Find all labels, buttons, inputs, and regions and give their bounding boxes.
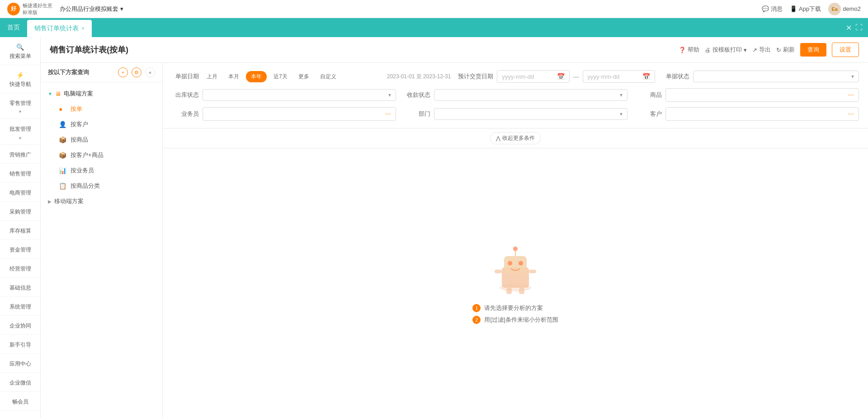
sidebar-item-finance[interactable]: 资金管理 <box>0 240 40 259</box>
top-bar-left: 好 畅捷通好生意 标准版 办公用品行业模拟账套 ▾ <box>7 2 127 15</box>
sidebar-item-quick-nav[interactable]: ⚡ 快捷导航 <box>0 65 40 93</box>
tree-arrow-icon: ▼ <box>48 91 52 96</box>
date-tab-this-year[interactable]: 本年 <box>246 71 267 82</box>
collapse-btn[interactable]: ⋀ 收起更多条件 <box>490 132 541 144</box>
page-actions: ❓ 帮助 🖨 按模板打印 ▾ ↗ 导出 ↻ 刷新 查询 设置 <box>679 43 859 57</box>
collapse-sidebar-btn[interactable]: « <box>145 67 155 77</box>
date-tab-more[interactable]: 更多 <box>294 71 313 82</box>
department-filter-group: 部门 ▾ <box>403 108 627 120</box>
tree-child-by-category[interactable]: 📋 按商品分类 <box>52 178 162 194</box>
refresh-btn[interactable]: ↻ 刷新 <box>776 46 795 54</box>
add-scheme-btn[interactable]: + <box>118 67 128 77</box>
content-area: 销售订单统计表(按单) ❓ 帮助 🖨 按模板打印 ▾ ↗ 导出 ↻ 刷新 <box>41 37 868 418</box>
filter-row-3: 业务员 ··· 部门 ▾ <box>172 107 859 121</box>
help-btn[interactable]: ❓ 帮助 <box>679 46 699 54</box>
sidebar-item-app-center[interactable]: 应用中心 <box>0 354 40 373</box>
tree-child-by-customer[interactable]: 👤 按客户 <box>52 117 162 132</box>
svg-rect-6 <box>529 270 536 273</box>
analysis-header: 按以下方案查询 + ⚙ « <box>41 63 162 82</box>
goods-icon: 📦 <box>59 136 67 143</box>
shipment-select[interactable]: ▾ <box>203 89 396 101</box>
tree-children-pc: ● 按单 👤 按客户 📦 按商品 📦 按客 <box>41 101 162 194</box>
salesperson-filter-group: 业务员 ··· <box>172 107 396 121</box>
department-select[interactable]: ▾ <box>434 108 627 120</box>
sidebar-item-inventory[interactable]: 库存核算 <box>0 221 40 240</box>
sidebar-item-system[interactable]: 系统管理 <box>0 297 40 316</box>
export-icon: ↗ <box>752 47 757 53</box>
logo-text: 畅捷通好生意 标准版 <box>23 2 52 15</box>
payment-select-arrow: ▾ <box>620 92 623 98</box>
expected-date-start[interactable]: yyyy-mm-dd 📅 <box>497 70 569 83</box>
tab-sales-order[interactable]: 销售订单统计表 × <box>27 20 92 37</box>
export-btn[interactable]: ↗ 导出 <box>752 46 771 54</box>
page-header: 销售订单统计表(按单) ❓ 帮助 🖨 按模板打印 ▾ ↗ 导出 ↻ 刷新 <box>41 37 868 63</box>
sidebar-item-enterprise-wechat[interactable]: 企业微信 <box>0 373 40 392</box>
tab-bar: 首页 销售订单统计表 × ✕ ⛶ <box>0 18 868 37</box>
date-tab-this-month[interactable]: 本月 <box>224 71 243 82</box>
tree-parent-mobile[interactable]: ▶ 移动端方案 <box>41 194 162 209</box>
tab-home[interactable]: 首页 <box>0 18 27 37</box>
svg-point-3 <box>508 261 512 266</box>
date-tab-last-month[interactable]: 上月 <box>203 71 222 82</box>
avatar: Ea <box>828 3 841 15</box>
customer-dots-icon[interactable]: ··· <box>848 110 854 118</box>
empty-state: 1 请先选择要分析的方案 2 用[过滤]条件来缩小分析范围 <box>163 148 868 418</box>
salesperson-dots-icon[interactable]: ··· <box>385 110 391 118</box>
svg-rect-7 <box>506 288 512 294</box>
window-maximize-icon[interactable]: ⛶ <box>855 24 863 32</box>
main-layout: 🔍 搜索菜单 ⚡ 快捷导航 零售管理 ▾ 批发管理 ▴ 营销推广 销售管理 电商… <box>0 37 868 418</box>
app-selector[interactable]: 办公用品行业模拟账套 ▾ <box>56 3 127 15</box>
date-tab-7days[interactable]: 近7天 <box>269 71 292 82</box>
collapse-icon: ⋀ <box>496 135 500 142</box>
filter-row-2: 出库状态 ▾ 收款状态 ▾ <box>172 88 859 102</box>
sidebar-item-sales[interactable]: 销售管理 <box>0 164 40 183</box>
refresh-icon: ↻ <box>776 47 781 53</box>
sidebar-item-operations[interactable]: 经营管理 <box>0 259 40 278</box>
tree-child-by-order[interactable]: ● 按单 <box>52 101 162 117</box>
empty-tip-2: 2 用[过滤]条件来缩小分析范围 <box>472 316 558 324</box>
filter-card: 单据日期 上月 本月 本年 近7天 更多 自定义 <box>163 63 868 148</box>
sidebar-item-guide[interactable]: 新手引导 <box>0 335 40 354</box>
empty-image <box>488 242 542 297</box>
salesperson-input[interactable]: ··· <box>203 107 396 121</box>
department-select-arrow: ▾ <box>620 111 623 117</box>
search-icon: 🔍 <box>16 43 24 51</box>
tree-child-by-goods[interactable]: 📦 按商品 <box>52 132 162 147</box>
status-select-arrow: ▾ <box>851 73 854 80</box>
svg-rect-5 <box>495 270 502 273</box>
sidebar-item-purchase[interactable]: 采购管理 <box>0 202 40 221</box>
logo-icon: 好 <box>7 3 20 15</box>
app-download-btn[interactable]: 📱 App下载 <box>790 5 821 13</box>
window-close-icon[interactable]: ✕ <box>846 24 852 32</box>
goods-dots-icon[interactable]: ··· <box>848 91 854 99</box>
shipment-filter-group: 出库状态 ▾ <box>172 89 396 101</box>
sidebar-item-search[interactable]: 🔍 搜索菜单 <box>0 37 40 65</box>
sidebar-item-retail[interactable]: 零售管理 ▾ <box>0 93 40 119</box>
tab-close-icon[interactable]: × <box>81 25 85 32</box>
message-btn[interactable]: 💬 消息 <box>762 5 783 13</box>
sidebar-item-basic-info[interactable]: 基础信息 <box>0 278 40 297</box>
tree-child-by-customer-goods[interactable]: 📦 按客户+商品 <box>52 147 162 163</box>
tree-child-by-salesperson[interactable]: 📊 按业务员 <box>52 163 162 178</box>
tree-parent-pc[interactable]: ▼ 🖥 电脑端方案 <box>41 86 162 101</box>
sidebar-item-member[interactable]: 畅会员 <box>0 392 40 411</box>
query-btn[interactable]: 查询 <box>800 43 826 57</box>
payment-select[interactable]: ▾ <box>434 89 627 101</box>
status-select[interactable]: ▾ <box>693 71 859 82</box>
settings-scheme-btn[interactable]: ⚙ <box>132 67 142 77</box>
sidebar-item-ecommerce[interactable]: 电商管理 <box>0 183 40 202</box>
customer-input[interactable]: ··· <box>665 107 859 121</box>
user-avatar[interactable]: Ea demo2 <box>828 3 861 15</box>
goods-input[interactable]: ··· <box>665 88 859 102</box>
sidebar-item-wholesale[interactable]: 批发管理 ▴ <box>0 119 40 145</box>
sidebar-item-marketing[interactable]: 营销推广 <box>0 145 40 164</box>
sidebar-item-enterprise[interactable]: 企业协同 <box>0 316 40 335</box>
template-print-btn[interactable]: 🖨 按模板打印 ▾ <box>705 46 747 54</box>
page-title: 销售订单统计表(按单) <box>50 44 128 55</box>
empty-tip-1: 1 请先选择要分析的方案 <box>472 304 558 312</box>
nav-sidebar: 🔍 搜索菜单 ⚡ 快捷导航 零售管理 ▾ 批发管理 ▴ 营销推广 销售管理 电商… <box>0 37 41 418</box>
expected-date-end[interactable]: yyyy-mm-dd 📅 <box>583 70 655 83</box>
settings-btn[interactable]: 设置 <box>832 43 859 57</box>
date-tab-custom[interactable]: 自定义 <box>316 71 340 82</box>
customer-filter-group: 客户 ··· <box>635 107 859 121</box>
